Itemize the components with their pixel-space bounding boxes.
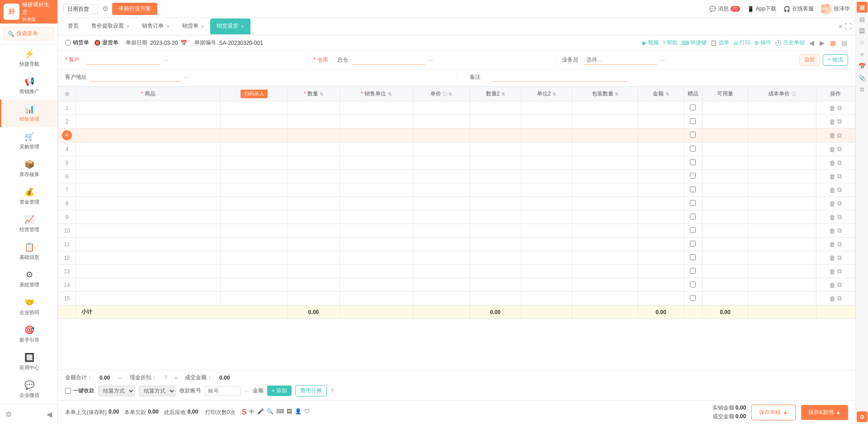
close-all-tabs-btn[interactable]: × [839, 23, 843, 31]
delete-row-btn[interactable]: 🗑 [829, 267, 835, 275]
amount-cell-active[interactable] [638, 129, 684, 143]
delete-row-btn[interactable]: 🗑 [829, 104, 835, 112]
copy-row-btn[interactable]: ⧉ [837, 145, 842, 153]
copy-row-btn[interactable]: ⧉ [837, 104, 842, 112]
sidebar-item-base[interactable]: 📋 基础信息 [0, 238, 57, 265]
unit2-cell-active[interactable] [521, 129, 572, 143]
delete-row-btn[interactable]: 🗑 [829, 159, 835, 167]
gift-checkbox[interactable] [690, 200, 696, 206]
tab-home[interactable]: 首页 [61, 19, 85, 34]
salesperson-input[interactable] [584, 55, 657, 65]
tab-close-sale-order[interactable]: × [166, 24, 169, 29]
settings-btn[interactable]: 设置 [799, 54, 820, 66]
gift-checkbox[interactable] [690, 186, 696, 192]
search-menu-button[interactable]: 🔍 搜索菜单 [4, 27, 54, 40]
gift-checkbox[interactable] [690, 118, 696, 124]
delete-row-btn[interactable]: 🗑 [829, 295, 835, 302]
unit-price-cell[interactable] [413, 101, 470, 115]
grid-view-btn[interactable]: ▦ [830, 39, 836, 47]
taskbar-icon-user[interactable]: 👤 [295, 408, 302, 416]
save-new-btn[interactable]: 保存&新增 ▲ [801, 405, 848, 420]
copy-row-btn[interactable]: ⧉ [837, 186, 842, 194]
sidebar-item-shortcuts[interactable]: ⚡ 快捷导航 [0, 44, 57, 72]
qty-cell[interactable] [287, 115, 340, 129]
right-mini-grid2-btn[interactable]: ▤ [857, 14, 868, 24]
taskbar-icon-s[interactable]: S [242, 408, 247, 416]
copy-row-btn[interactable]: ⧉ [837, 132, 842, 139]
gift-checkbox[interactable] [690, 159, 696, 165]
gift-checkbox[interactable] [690, 295, 696, 301]
unit2-sort-icon[interactable]: ⇅ [552, 91, 556, 96]
tab-sale-delivery[interactable]: 销货单 × [176, 19, 210, 34]
cost-price-info-icon[interactable]: ⓘ [792, 91, 796, 96]
product-cell[interactable] [76, 101, 221, 115]
unit2-cell[interactable] [521, 115, 572, 129]
message-btn[interactable]: 💬 消息 70 [709, 5, 740, 13]
unit2-cell[interactable] [521, 101, 572, 115]
tab-sale-return[interactable]: 销货退货 × [210, 19, 250, 34]
sidebar-item-newbie[interactable]: 🎯 新手引导 [0, 320, 57, 348]
copy-row-btn[interactable]: ⧉ [837, 254, 842, 262]
delete-row-btn[interactable]: 🗑 [829, 186, 835, 194]
qty-sort-icon[interactable]: ⇅ [320, 91, 323, 96]
user-profile-btn[interactable]: 徐泽华 徐泽华 [821, 4, 850, 14]
qty2-cell[interactable] [470, 101, 521, 115]
expand-tabs-btn[interactable]: ⛶ [844, 23, 852, 31]
sale-unit-cell[interactable] [340, 115, 413, 129]
copy-row-btn[interactable]: ⧉ [837, 281, 842, 289]
sidebar-item-weixin[interactable]: 💬 企业微信 [0, 376, 57, 403]
delete-row-btn[interactable]: 🗑 [829, 172, 835, 180]
action-history[interactable]: 🕐 历史单据 [775, 39, 805, 47]
right-mini-grid1-btn[interactable]: ▦ [857, 2, 868, 13]
sale-unit-sort-icon[interactable]: ⇅ [388, 91, 392, 96]
qty-cell[interactable] [287, 101, 340, 115]
gift-checkbox[interactable] [690, 146, 696, 152]
next-record-btn[interactable]: ▶ [820, 39, 825, 47]
copy-row-btn[interactable]: ⧉ [837, 267, 842, 275]
sidebar-item-enterprise[interactable]: 🤝 企业协同 [0, 293, 57, 320]
one-click-collect-input[interactable] [65, 388, 71, 394]
tab-sale-price[interactable]: 售价提取设置 × [85, 19, 136, 34]
taskbar-icon-keyboard[interactable]: ⌨ [276, 408, 284, 416]
right-mini-copy-btn[interactable]: ⧉ [857, 84, 868, 95]
radio-sale-delivery[interactable]: 销货单 [65, 39, 89, 47]
table-gear-icon[interactable]: ⚙ [65, 91, 70, 97]
online-service-btn[interactable]: 🎧 在线客服 [783, 5, 814, 13]
delete-row-btn[interactable]: 🗑 [829, 145, 835, 153]
right-mini-calendar-btn[interactable]: 📅 [857, 61, 868, 71]
account-more-btn[interactable]: ··· [245, 388, 249, 394]
unit-price-cell[interactable] [413, 115, 470, 129]
tab-close-sale-delivery[interactable]: × [201, 24, 204, 29]
sidebar-item-sales[interactable]: 📊 销售管理 [0, 100, 57, 127]
sidebar-item-purchase[interactable]: 🛒 采购管理 [0, 127, 57, 155]
tab-close-sale-return[interactable]: × [241, 24, 244, 29]
sidebar-item-finance[interactable]: 💰 资金管理 [0, 182, 57, 210]
note-input[interactable] [491, 72, 627, 82]
one-click-collect-checkbox[interactable]: 一键收款 [65, 387, 94, 395]
logistics-btn[interactable]: + 物流 [823, 54, 848, 66]
qty-cell-active[interactable] [287, 129, 340, 143]
calc-method-select[interactable]: 结算方式 [139, 386, 176, 396]
qty2-sort-icon[interactable]: ⇅ [501, 91, 505, 96]
calendar-icon[interactable]: 📅 [180, 40, 187, 46]
collapse-btn[interactable]: ◀ [45, 408, 54, 420]
right-mini-star-btn[interactable]: ☆ [857, 37, 868, 48]
sidebar-item-inventory[interactable]: 📦 库存核算 [0, 155, 57, 182]
copy-row-btn[interactable]: ⧉ [837, 200, 842, 207]
tab-sale-order[interactable]: 销售订单 × [136, 19, 175, 34]
prev-record-btn[interactable]: ◀ [809, 39, 814, 47]
delete-row-btn[interactable]: 🗑 [829, 227, 835, 234]
gift-checkbox[interactable] [690, 173, 696, 179]
feiyong-help-icon[interactable]: ? [330, 388, 334, 394]
gift-checkbox[interactable] [690, 105, 696, 110]
sale-unit-cell-active[interactable] [340, 129, 413, 143]
gift-checkbox[interactable] [690, 254, 696, 260]
account-input[interactable] [205, 386, 241, 396]
delete-row-btn[interactable]: 🗑 [829, 240, 835, 248]
settle-method-select[interactable]: 结算方式 [98, 386, 135, 396]
action-help[interactable]: ? 帮助 [662, 39, 678, 47]
action-print[interactable]: 🖨 打印 [733, 39, 750, 47]
unit-price-info-icon[interactable]: ⓘ [443, 91, 447, 96]
address-more-btn[interactable]: ··· [184, 74, 189, 80]
delete-row-btn[interactable]: 🗑 [829, 132, 835, 139]
